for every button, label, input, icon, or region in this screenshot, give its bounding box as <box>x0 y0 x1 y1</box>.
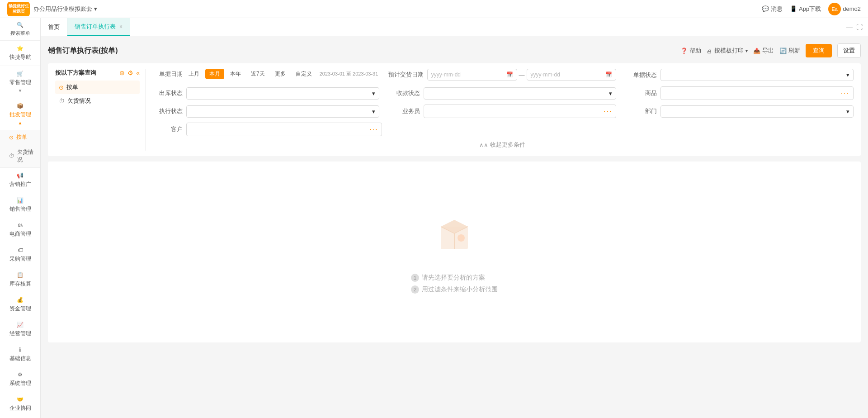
sidebar-item-finance[interactable]: 💰 资金管理 <box>0 292 40 317</box>
customer-field: 客户 ··· <box>151 123 382 136</box>
tab-home[interactable]: 首页 <box>41 18 67 36</box>
tip1-text: 请先选择要分析的方案 <box>422 274 485 282</box>
sidebar-item-sales[interactable]: 📊 销售管理 <box>0 193 40 218</box>
system-icon: ⚙ <box>18 371 23 378</box>
out-status-select[interactable]: ▾ <box>186 87 379 100</box>
collapse-label: 收起更多条件 <box>490 141 525 149</box>
help-button[interactable]: ❓ 帮助 <box>680 47 701 55</box>
goods-label: 商品 <box>625 89 657 97</box>
sidebar-quicknav[interactable]: ⭐ 快捷导航 <box>0 41 40 66</box>
scheme-title: 按以下方案查询 <box>55 69 96 77</box>
goods-field: 商品 ··· <box>625 86 854 100</box>
expected-date-end[interactable]: yyyy-mm-dd 📅 <box>527 69 617 81</box>
tab-minimize-button[interactable]: — <box>846 24 853 31</box>
tab-controls: — ⛶ <box>846 24 868 31</box>
collapse-button[interactable]: ∧∧ 收起更多条件 <box>151 139 854 151</box>
export-button[interactable]: 📤 导出 <box>753 47 774 55</box>
tab-home-label: 首页 <box>48 23 60 31</box>
filter-row-1: 单据日期 上月 本月 本年 近7天 更多 自定义 2023-03-01 至 20… <box>151 69 854 82</box>
expected-date-start[interactable]: yyyy-mm-dd 📅 <box>427 69 517 81</box>
menu-dropdown[interactable]: 办公用品行业模拟账套 ▾ <box>33 5 97 13</box>
empty-icon: ! <box>432 211 477 265</box>
scheme-header-actions: ⊕ ⚙ « <box>119 69 140 76</box>
goods-input[interactable]: ··· <box>660 86 854 100</box>
out-status-label: 出库状态 <box>151 89 183 97</box>
top-bar-right: 💬 消息 📱 App下载 Ea demo2 <box>762 3 861 15</box>
tab-maximize-button[interactable]: ⛶ <box>856 24 863 31</box>
sidebar-item-purchase[interactable]: 🏷 采购管理 <box>0 242 40 267</box>
marketing-icon: 📢 <box>17 172 24 179</box>
customer-label: 客户 <box>151 125 183 133</box>
tab-sales-order[interactable]: 销售订单执行表 × <box>67 18 130 36</box>
sidebar-item-enterprise[interactable]: 🤝 企业协同 <box>0 392 40 417</box>
empty-tip-1: 1 请先选择要分析的方案 <box>411 274 498 282</box>
sidebar-item-inventory[interactable]: 📋 库存核算 <box>0 267 40 292</box>
scheme-settings-icon[interactable]: ⚙ <box>127 69 133 76</box>
sidebar-search-label: 搜索菜单 <box>10 30 30 37</box>
scheme-collapse-icon[interactable]: « <box>136 69 140 76</box>
date-chip-more[interactable]: 更多 <box>271 69 290 79</box>
export-icon: 📤 <box>753 48 760 54</box>
inventory-icon: 📋 <box>17 272 24 278</box>
scheme-order-icon: ⊙ <box>59 84 64 91</box>
expected-date-label: 预计交货日期 <box>388 71 424 79</box>
template-print-button[interactable]: 🖨 按模板打印 ▾ <box>707 47 748 55</box>
date-chip-this-year[interactable]: 本年 <box>226 69 245 79</box>
sidebar-item-operations[interactable]: 📈 经营管理 <box>0 317 40 342</box>
scheme-item-by-order[interactable]: ⊙ 按单 <box>55 81 140 94</box>
sidebar-sub-press-order[interactable]: ⊙ 按单 <box>0 130 40 145</box>
query-button[interactable]: 查询 <box>806 44 832 57</box>
press-order-icon: ⊙ <box>9 134 14 141</box>
message-action[interactable]: 💬 消息 <box>762 5 783 13</box>
filter-area: 单据日期 上月 本月 本年 近7天 更多 自定义 2023-03-01 至 20… <box>146 69 854 151</box>
tab-close-button[interactable]: × <box>119 24 123 30</box>
date-end-icon[interactable]: 📅 <box>605 71 612 78</box>
exec-status-select[interactable]: ▾ <box>186 105 379 118</box>
date-chip-last-month[interactable]: 上月 <box>184 69 203 79</box>
scheme-add-icon[interactable]: ⊕ <box>119 69 125 76</box>
refresh-button[interactable]: 🔄 刷新 <box>779 47 800 55</box>
customer-dots[interactable]: ··· <box>369 125 378 133</box>
department-dropdown: ▾ <box>846 108 849 115</box>
date-start-icon[interactable]: 📅 <box>506 71 513 78</box>
sidebar-sub-credit[interactable]: ⏱ 欠货情况 <box>0 145 40 167</box>
user-name: demo2 <box>843 5 861 12</box>
tip2-num: 2 <box>411 285 419 294</box>
scheme-panel: 按以下方案查询 ⊕ ⚙ « ⊙ 按单 <box>55 69 146 151</box>
status-field: 单据状态 ▾ <box>625 69 854 81</box>
sidebar-operations-label: 经营管理 <box>9 330 31 337</box>
scheme-item-credit[interactable]: ⏱ 欠货情况 <box>55 94 140 108</box>
ecommerce-icon: 🛍 <box>18 222 23 228</box>
sidebar-item-wholesale[interactable]: 📦 批发管理 ▲ <box>0 98 40 130</box>
sidebar-item-basic[interactable]: ℹ 基础信息 <box>0 342 40 367</box>
sidebar-item-retail[interactable]: 🛒 零售管理 ▼ <box>0 66 40 98</box>
salesman-input[interactable]: ··· <box>424 104 617 118</box>
operations-icon: 📈 <box>17 322 24 328</box>
page-header: 销售订单执行表(按单) ❓ 帮助 🖨 按模板打印 ▾ 📤 <box>48 43 861 58</box>
app-download-action[interactable]: 📱 App下载 <box>790 5 821 13</box>
filter-row-4: 客户 ··· <box>151 123 854 136</box>
sidebar-purchase-label: 采购管理 <box>9 255 31 263</box>
sidebar-item-ecommerce[interactable]: 🛍 电商管理 <box>0 218 40 242</box>
user-action[interactable]: Ea demo2 <box>828 3 861 15</box>
date-chip-custom[interactable]: 自定义 <box>292 69 316 79</box>
date-end-placeholder: yyyy-mm-dd <box>531 71 560 78</box>
finance-icon: 💰 <box>17 297 24 303</box>
date-chip-last7days[interactable]: 近7天 <box>247 69 269 79</box>
credit-icon: ⏱ <box>9 153 14 159</box>
collect-status-select[interactable]: ▾ <box>424 87 617 100</box>
goods-dots[interactable]: ··· <box>841 89 849 97</box>
sidebar-basic-label: 基础信息 <box>9 355 31 362</box>
help-icon: ❓ <box>680 48 688 54</box>
date-chip-this-month[interactable]: 本月 <box>205 69 224 79</box>
wholesale-arrow: ▲ <box>18 120 23 125</box>
settings-button[interactable]: 设置 <box>837 43 861 58</box>
status-select[interactable]: ▾ <box>660 69 854 81</box>
customer-input[interactable]: ··· <box>186 123 382 136</box>
salesman-dots[interactable]: ··· <box>604 107 612 115</box>
sidebar-item-marketing[interactable]: 📢 营销推广 <box>0 168 40 193</box>
sidebar-search[interactable]: 🔍 搜索菜单 <box>0 18 40 41</box>
department-select[interactable]: ▾ <box>660 105 854 118</box>
sidebar-item-system[interactable]: ⚙ 系统管理 <box>0 367 40 392</box>
sidebar-inventory-label: 库存核算 <box>9 280 31 288</box>
